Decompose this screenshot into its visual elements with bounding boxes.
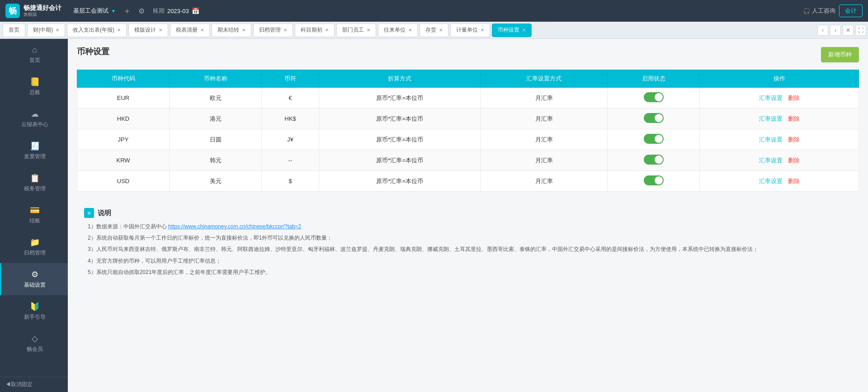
tab-balance-close[interactable]: ✕ [56,28,59,33]
new-currency-button[interactable]: 新增币种 [821,47,859,62]
support-label: 人工咨询 [812,7,835,15]
tab-bar: 首页 财(中期) ✕ 收入支出表(年报) ✕ 模版设计 ✕ 税表清册 ✕ 期末结… [0,22,868,39]
tab-inventory-close[interactable]: ✕ [439,28,443,33]
table-row: KRW韩元--原币*汇率=本位币月汇率汇率设置删除 [77,150,859,171]
cell-symbol: € [262,88,319,109]
tab-period-end-close[interactable]: ✕ [242,28,245,33]
toggle-thumb [655,135,663,143]
tab-currency-label: 币种设置 [498,26,519,34]
tab-currency-close[interactable]: ✕ [522,28,526,33]
cell-code: KRW [77,150,170,171]
col-header-code: 币种代码 [77,70,170,88]
sidebar-item-settings[interactable]: ⚙ 基础设置 [0,263,68,295]
page-content: 币种设置 新增币种 币种代码 币种名称 币符 折算方式 汇率设置方式 启用状态 … [68,39,868,392]
rate-setting-link[interactable]: 汇率设置 [759,178,783,184]
delete-link[interactable]: 删除 [788,178,800,184]
sidebar-item-home[interactable]: ⌂ 首页 [0,39,68,71]
tab-prev-button[interactable]: ‹ [817,25,828,36]
tab-balance[interactable]: 财(中期) ✕ [27,24,65,37]
settings-icon[interactable]: ⚙ [136,7,147,15]
tab-subjects-close[interactable]: ✕ [325,28,329,33]
cell-code: USD [77,171,170,192]
tab-close-all-button[interactable]: ✕ [843,25,854,36]
tab-template[interactable]: 模版设计 ✕ [128,24,168,37]
enabled-toggle[interactable] [644,113,664,123]
enabled-toggle[interactable] [644,175,664,185]
tab-template-close[interactable]: ✕ [159,28,162,33]
sidebar-item-member[interactable]: ◇ 畅会员 [0,327,68,359]
notes-title-label: 说明 [98,209,111,217]
tab-fullscreen-button[interactable]: ⛶ [855,25,866,36]
period-value: 2023-03 [167,8,189,14]
tab-inventory[interactable]: 存货 ✕ [420,24,448,37]
tab-tax-close[interactable]: ✕ [200,28,204,33]
tab-archive-close[interactable]: ✕ [283,28,287,33]
account-button[interactable]: 会计 [839,5,863,17]
cell-symbol: J¥ [262,129,319,150]
ledger-icon: 📒 [30,77,40,87]
tab-unit[interactable]: 计量单位 ✕ [450,24,490,37]
calendar-icon[interactable]: 📅 [192,7,199,14]
cell-status [608,88,700,109]
sidebar-item-ledger[interactable]: 📒 总账 [0,71,68,103]
notes-icon: ≡ [84,208,94,218]
enabled-toggle[interactable] [644,155,664,165]
sidebar-item-invoice[interactable]: 🧾 发票管理 [0,135,68,167]
logo-area: 畅 畅捷通好会计 旗舰版 [5,4,73,18]
sidebar-item-reports[interactable]: ☁ 云报表中心 [0,103,68,135]
cell-symbol: -- [262,150,319,171]
rate-setting-link[interactable]: 汇率设置 [759,94,783,101]
tab-unit-label: 计量单位 [456,26,478,34]
rate-setting-link[interactable]: 汇率设置 [759,157,783,164]
tab-dept[interactable]: 部门员工 ✕ [336,24,376,37]
pin-toggle-button[interactable]: ◀取消固定 [0,377,68,392]
tax-icon: 📋 [30,173,40,183]
delete-link[interactable]: 删除 [788,94,800,101]
company-name: 基层工会测试 [73,7,108,15]
sidebar-item-archive[interactable]: 📁 归档管理 [0,231,68,263]
cell-calc: 原币*汇率=本位币 [319,150,481,171]
tab-currency[interactable]: 币种设置 ✕ [492,24,532,37]
rate-setting-link[interactable]: 汇率设置 [759,115,783,122]
support-button[interactable]: 🎧 人工咨询 [803,7,835,15]
delete-link[interactable]: 删除 [788,136,800,143]
cell-name: 美元 [170,171,262,192]
sidebar-archive-label: 归档管理 [24,249,46,257]
enabled-toggle[interactable] [644,92,664,102]
cell-calc: 原币*汇率=本位币 [319,129,481,150]
tab-next-button[interactable]: › [830,25,841,36]
home-icon: ⌂ [32,45,37,55]
cell-status [608,129,700,150]
company-selector[interactable]: 基层工会测试 ▼ [73,7,116,15]
sidebar-member-label: 畅会员 [27,345,43,353]
cell-action: 汇率设置删除 [700,150,859,171]
add-company-button[interactable]: ＋ [120,5,134,16]
tab-partner[interactable]: 往来单位 ✕ [378,24,418,37]
rate-setting-link[interactable]: 汇率设置 [759,136,783,143]
guide-icon: 🔰 [30,302,40,312]
tab-partner-close[interactable]: ✕ [408,28,412,33]
sidebar-item-guide[interactable]: 🔰 新手引导 [0,295,68,327]
tab-dept-label: 部门员工 [342,26,364,34]
table-row: HKD港元HK$原币*汇率=本位币月汇率汇率设置删除 [77,109,859,129]
sidebar-item-tax[interactable]: 📋 税务管理 [0,167,68,199]
tab-period-end[interactable]: 期末结转 ✕ [212,24,251,37]
tab-income[interactable]: 收入支出表(年报) ✕ [67,24,127,37]
content-area: 币种设置 新增币种 币种代码 币种名称 币符 折算方式 汇率设置方式 启用状态 … [68,39,868,392]
notes-item: 1）数据来源：中国外汇交易中心 https://www.chinamoney.c… [88,222,852,231]
tab-unit-close[interactable]: ✕ [481,28,484,33]
delete-link[interactable]: 删除 [788,157,800,164]
tab-archive[interactable]: 归档管理 ✕ [253,24,293,37]
table-row: USD美元$原币*汇率=本位币月汇率汇率设置删除 [77,171,859,192]
tab-home[interactable]: 首页 [3,24,25,37]
tab-dept-close[interactable]: ✕ [367,28,370,33]
col-header-action: 操作 [700,70,859,88]
delete-link[interactable]: 删除 [788,115,800,122]
tab-subjects[interactable]: 科目期初 ✕ [295,24,335,37]
toggle-thumb [655,114,663,122]
sidebar-item-checkout[interactable]: 💳 结账 [0,199,68,231]
notes-external-link[interactable]: https://www.chinamoney.com.cn/chinese/bk… [168,223,301,230]
enabled-toggle[interactable] [644,134,664,144]
tab-tax[interactable]: 税表清册 ✕ [170,24,210,37]
tab-income-close[interactable]: ✕ [117,28,121,33]
